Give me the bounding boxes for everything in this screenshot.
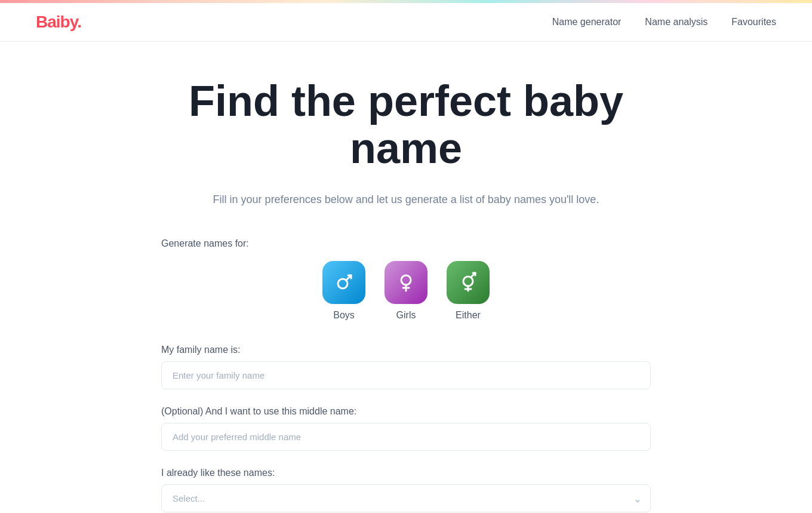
svg-point-4 <box>401 275 411 285</box>
boys-label: Boys <box>333 310 355 321</box>
hero-subtitle: Fill in your preferences below and let u… <box>161 191 651 208</box>
logo-text: Baiby. <box>36 13 81 31</box>
hero-title: Find the perfect baby name <box>161 78 651 172</box>
header: Baiby. Name generator Name analysis Favo… <box>0 3 812 42</box>
middle-name-section: (Optional) And I want to use this middle… <box>161 406 651 451</box>
girls-icon <box>385 261 427 304</box>
gender-option-either[interactable]: Either <box>447 261 490 321</box>
nav-name-generator[interactable]: Name generator <box>552 17 622 27</box>
gender-option-boys[interactable]: Boys <box>322 261 365 321</box>
gender-option-girls[interactable]: Girls <box>385 261 427 321</box>
liked-names-section: I already like these names: Select... ⌄ <box>161 468 651 512</box>
svg-point-7 <box>463 277 473 286</box>
family-name-section: My family name is: <box>161 345 651 389</box>
gender-options-group: Boys Girls <box>161 261 651 321</box>
girls-label: Girls <box>396 310 416 321</box>
liked-names-label: I already like these names: <box>161 468 651 478</box>
family-name-input[interactable] <box>161 361 651 389</box>
gender-label: Generate names for: <box>161 238 651 249</box>
boys-icon <box>322 261 365 304</box>
liked-names-select[interactable]: Select... <box>161 484 651 512</box>
navigation: Name generator Name analysis Favourites <box>552 17 776 27</box>
liked-names-select-wrapper: Select... ⌄ <box>161 484 651 512</box>
gender-section: Generate names for: Boys <box>161 238 651 321</box>
nav-favourites[interactable]: Favourites <box>731 17 776 27</box>
logo: Baiby. <box>36 13 81 32</box>
middle-name-label: (Optional) And I want to use this middle… <box>161 406 651 417</box>
either-icon <box>447 261 490 304</box>
middle-name-input[interactable] <box>161 423 651 451</box>
nav-name-analysis[interactable]: Name analysis <box>645 17 708 27</box>
main-content: Find the perfect baby name Fill in your … <box>149 42 663 513</box>
either-label: Either <box>456 310 481 321</box>
family-name-label: My family name is: <box>161 345 651 355</box>
